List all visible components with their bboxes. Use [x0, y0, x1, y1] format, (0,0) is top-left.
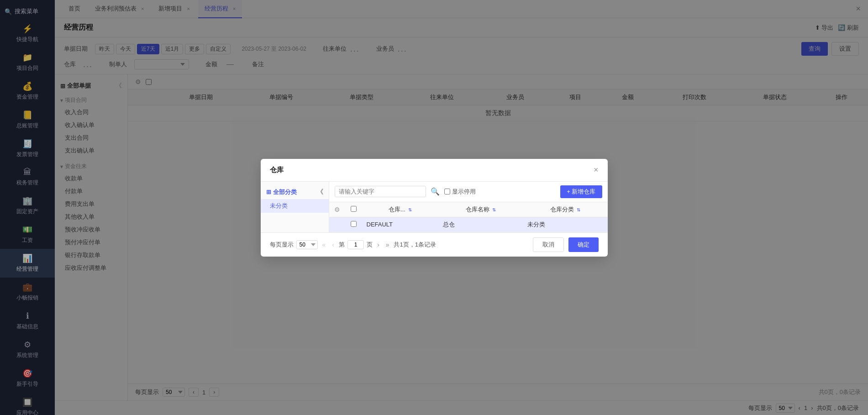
modal-select-all[interactable]	[351, 206, 357, 212]
col-name-sort-icon: ⇅	[492, 207, 496, 212]
confirm-button[interactable]: 确定	[568, 237, 599, 252]
modal-actions: 取消 确定	[533, 237, 599, 252]
modal-overlay: 仓库 × ⊞ 全部分类 《 未分类 🔍	[0, 0, 868, 415]
row-check-cell	[346, 217, 362, 232]
show-disabled-label: 显示停用	[444, 188, 476, 196]
modal-col-name[interactable]: 仓库名称 ⇅	[438, 202, 523, 217]
cancel-button[interactable]: 取消	[533, 237, 564, 252]
modal-left-all-label[interactable]: 全部分类	[273, 188, 315, 196]
col-category-label: 仓库分类	[550, 206, 574, 213]
col-name-label: 仓库名称	[466, 206, 489, 213]
show-disabled-checkbox[interactable]	[444, 189, 450, 194]
modal-title: 仓库	[270, 166, 284, 174]
modal-toolbar: 🔍 显示停用 + 新增仓库	[329, 182, 608, 202]
modal-prev-page-btn[interactable]: ‹	[330, 240, 336, 249]
modal-col-setting: ⚙	[329, 202, 346, 217]
modal-left-header: ⊞ 全部分类 《	[261, 185, 329, 199]
modal-last-page-btn[interactable]: »	[384, 240, 391, 249]
modal-search-button[interactable]: 🔍	[431, 187, 440, 196]
modal-per-page-label: 每页显示	[270, 241, 294, 249]
row-checkbox-1[interactable]	[351, 221, 357, 227]
modal-first-page-btn[interactable]: «	[321, 240, 328, 249]
modal-col-check	[346, 202, 362, 217]
modal-col-category[interactable]: 仓库分类 ⇅	[523, 202, 607, 217]
row-setting-cell	[329, 217, 346, 232]
modal-next-page-btn[interactable]: ›	[375, 240, 381, 249]
modal-right-panel: 🔍 显示停用 + 新增仓库 ⚙	[329, 182, 608, 232]
modal-footer: 每页显示 50 100 « ‹ 第 页 › » 共1页，1条记录 取消 确定	[261, 232, 608, 257]
add-warehouse-button[interactable]: + 新增仓库	[560, 185, 602, 198]
modal-left-item-uncategorized[interactable]: 未分类	[261, 199, 329, 213]
modal-table: ⚙ 仓库... ⇅ 仓库名称	[329, 202, 608, 232]
modal-page-label: 第	[339, 241, 345, 249]
modal-col-code[interactable]: 仓库... ⇅	[362, 202, 439, 217]
modal-per-page-select[interactable]: 50 100	[296, 240, 318, 249]
modal-left-collapse-btn[interactable]: 《	[317, 188, 323, 196]
modal-pagination: 每页显示 50 100 « ‹ 第 页 › » 共1页，1条记录	[270, 240, 436, 249]
modal-header: 仓库 ×	[261, 159, 608, 182]
row-index-cell: DEFAULT	[362, 217, 439, 232]
table-row[interactable]: DEFAULT 总仓 未分类	[329, 217, 608, 232]
grid-icon-modal: ⊞	[266, 189, 271, 195]
modal-page-input[interactable]	[347, 240, 364, 249]
row-name-cell: 总仓	[438, 217, 523, 232]
modal-page-unit: 页	[367, 241, 373, 249]
col-code-label: 仓库...	[389, 206, 405, 213]
col-category-sort-icon: ⇅	[577, 207, 580, 212]
modal-close-button[interactable]: ×	[594, 165, 599, 175]
show-disabled-text: 显示停用	[452, 188, 476, 196]
modal-table-container: ⚙ 仓库... ⇅ 仓库名称	[329, 202, 608, 232]
modal-body: ⊞ 全部分类 《 未分类 🔍 显示停用 + 新增仓库	[261, 182, 608, 232]
modal-gear-icon[interactable]: ⚙	[334, 206, 340, 213]
row-category-cell: 未分类	[523, 217, 607, 232]
col-code-sort-icon: ⇅	[408, 207, 412, 212]
modal-total-info: 共1页，1条记录	[394, 241, 436, 249]
modal-search-input[interactable]	[335, 186, 426, 197]
warehouse-modal: 仓库 × ⊞ 全部分类 《 未分类 🔍	[261, 159, 608, 257]
modal-left-panel: ⊞ 全部分类 《 未分类	[261, 182, 329, 232]
